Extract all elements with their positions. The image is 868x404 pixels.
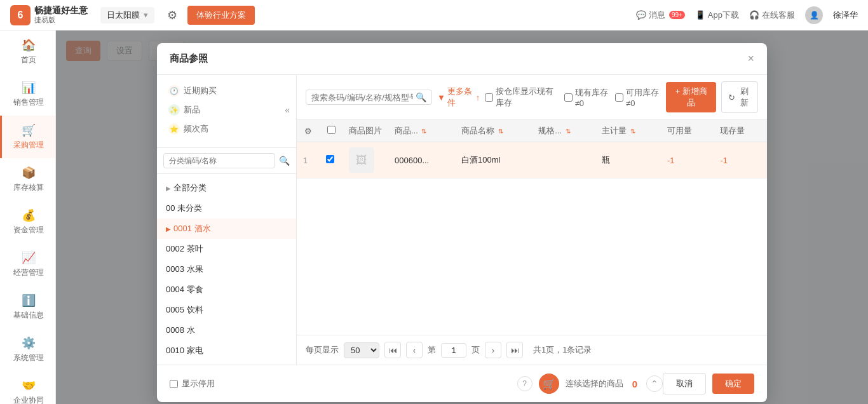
category-00[interactable]: 00 未分类 (157, 198, 296, 219)
quick-links-container: 🕐 近期购买 ✨ 新品 ⭐ 频次高 (163, 81, 285, 138)
add-product-button[interactable]: + 新增商品 (666, 82, 716, 112)
show-disabled-checkbox[interactable] (170, 380, 178, 388)
sidebar-label-operations: 经营管理 (13, 267, 44, 278)
th-product-code[interactable]: 商品... ⇅ (388, 120, 455, 142)
usable-stock-checkbox[interactable] (615, 93, 623, 102)
basic-info-icon: ℹ️ (22, 293, 36, 307)
category-0001-label: 0001 酒水 (173, 223, 211, 234)
new-icon: ✨ (168, 104, 180, 116)
th-unit[interactable]: 主计量 ⇅ (595, 120, 661, 142)
sidebar-item-enterprise[interactable]: 🤝 企业协同 (0, 371, 55, 404)
store-selector[interactable]: 日太阳膜 ▾ (100, 7, 154, 24)
category-0003[interactable]: 0003 水果 (157, 259, 296, 279)
sidebar-item-inventory[interactable]: 📦 库存核算 (0, 158, 55, 201)
sidebar-label-purchase: 采购管理 (13, 140, 44, 151)
row-code: 000600... (388, 142, 455, 178)
page-label: 第 (428, 344, 436, 356)
collapse-button[interactable]: « (285, 105, 290, 115)
table-row[interactable]: 1 🖼 000600... 白酒100ml (297, 142, 767, 178)
confirm-button[interactable]: 确定 (712, 374, 754, 394)
category-0010[interactable]: 0010 家电 (157, 340, 296, 361)
page-number-input[interactable] (441, 343, 466, 358)
avatar: 👤 (805, 6, 823, 24)
pagination-bar: 每页显示 20 50 100 ⏮ ‹ 第 页 › (297, 335, 767, 365)
cart-area: ? 🛒 连续选择的商品 0 ⌃ (517, 374, 663, 394)
app-download-button[interactable]: 📱 App下载 (695, 10, 739, 21)
refresh-button[interactable]: ↻ 刷新 (721, 81, 758, 113)
cart-button[interactable]: 🛒 (539, 374, 559, 394)
online-service-button[interactable]: 🎧 在线客服 (749, 10, 795, 21)
warehouse-filter-check[interactable]: 按仓库显示现有库存 (485, 86, 559, 109)
sidebar-item-operations[interactable]: 📈 经营管理 (0, 243, 55, 286)
sidebar-item-purchase[interactable]: 🛒 采购管理 (0, 116, 55, 158)
available-stock-checkbox[interactable] (564, 93, 573, 102)
page-total: 共1页，1条记录 (533, 344, 592, 356)
store-selector-arrow: ▾ (144, 10, 148, 20)
category-0002[interactable]: 0002 茶叶 (157, 239, 296, 259)
row-num: 1 (297, 142, 320, 178)
cart-label: 连续选择的商品 (566, 378, 623, 389)
quick-link-frequent-label: 频次高 (184, 123, 208, 135)
category-all[interactable]: ▶ 全部分类 (157, 178, 296, 198)
settings-icon[interactable]: ⚙ (162, 5, 182, 25)
quick-link-new[interactable]: ✨ 新品 (163, 100, 285, 119)
cancel-button[interactable]: 取消 (663, 373, 706, 394)
warehouse-checkbox[interactable] (485, 93, 493, 102)
left-panel: 🕐 近期购买 ✨ 新品 ⭐ 频次高 (157, 75, 297, 365)
help-icon[interactable]: ? (517, 376, 532, 391)
online-service-label: 在线客服 (762, 10, 795, 21)
modal-overlay: 商品参照 × 🕐 近期购买 (56, 30, 868, 404)
quick-link-new-label: 新品 (184, 104, 200, 116)
usable-stock-check[interactable]: 可用库存≠0 (615, 87, 661, 108)
modal-close-button[interactable]: × (747, 52, 754, 65)
category-0003-label: 0003 水果 (166, 264, 203, 275)
category-search-input[interactable] (163, 153, 275, 168)
th-product-name[interactable]: 商品名称 ⇅ (455, 120, 532, 142)
refresh-label: 刷新 (738, 86, 751, 109)
mobile-icon: 📱 (695, 10, 705, 20)
purchase-icon: 🛒 (22, 123, 36, 137)
category-search-bar: 🔍 (157, 148, 296, 174)
product-search-box: 🔍 (306, 90, 432, 105)
finance-icon: 💰 (22, 208, 36, 222)
top-nav: 6 畅捷通好生意 捷易版 日太阳膜 ▾ ⚙ 体验行业方案 💬 消息 99+ 📱 … (0, 0, 868, 30)
product-image: 🖼 (349, 147, 374, 173)
category-0008[interactable]: 0008 水 (157, 320, 296, 340)
content-area: 查询 设置 刷新 商品参照 × (56, 30, 868, 404)
sidebar-label-basic-info: 基础信息 (13, 310, 44, 321)
fold-cart-button[interactable]: ⌃ (646, 375, 663, 392)
category-0004-label: 0004 零食 (166, 284, 203, 295)
category-0004[interactable]: 0004 零食 (157, 279, 296, 300)
category-search-icon[interactable]: 🔍 (279, 156, 290, 166)
sidebar-label-system: 系统管理 (13, 353, 44, 363)
sidebar-item-finance[interactable]: 💰 资金管理 (0, 201, 55, 243)
available-stock-check[interactable]: 现有库存≠0 (564, 87, 610, 108)
category-0001[interactable]: ▶ 0001 酒水 (157, 219, 296, 239)
sidebar-item-sales[interactable]: 📊 销售管理 (0, 73, 55, 116)
prev-page-button[interactable]: ‹ (406, 342, 423, 358)
experience-button[interactable]: 体验行业方案 (187, 6, 255, 25)
sidebar-item-home[interactable]: 🏠 首页 (0, 30, 55, 73)
th-settings[interactable]: ⚙ (297, 120, 320, 142)
last-page-button[interactable]: ⏭ (506, 342, 523, 358)
product-search-icon[interactable]: 🔍 (416, 92, 426, 102)
category-0005[interactable]: 0005 饮料 (157, 300, 296, 320)
first-page-button[interactable]: ⏮ (384, 342, 401, 358)
th-product-image: 商品图片 (342, 120, 388, 142)
row-checkbox[interactable] (326, 155, 334, 163)
th-spec[interactable]: 规格... ⇅ (532, 120, 595, 142)
th-checkbox (320, 120, 342, 142)
more-filters-button[interactable]: ▼ 更多条件 ↑ (437, 86, 480, 109)
quick-link-recent[interactable]: 🕐 近期购买 (163, 81, 285, 100)
sidebar-label-inventory: 库存核算 (13, 182, 44, 193)
show-disabled-toggle[interactable]: 显示停用 (170, 378, 215, 389)
per-page-select[interactable]: 20 50 100 (344, 342, 379, 358)
next-page-button[interactable]: › (485, 342, 501, 358)
sidebar-item-basic-info[interactable]: ℹ️ 基础信息 (0, 286, 55, 328)
message-button[interactable]: 💬 消息 99+ (636, 10, 685, 21)
select-all-checkbox[interactable] (327, 126, 336, 134)
logo-area: 6 畅捷通好生意 捷易版 (10, 5, 88, 25)
product-search-input[interactable] (311, 93, 413, 102)
sidebar-item-system[interactable]: ⚙️ 系统管理 (0, 328, 55, 371)
quick-link-frequent[interactable]: ⭐ 频次高 (163, 119, 285, 138)
